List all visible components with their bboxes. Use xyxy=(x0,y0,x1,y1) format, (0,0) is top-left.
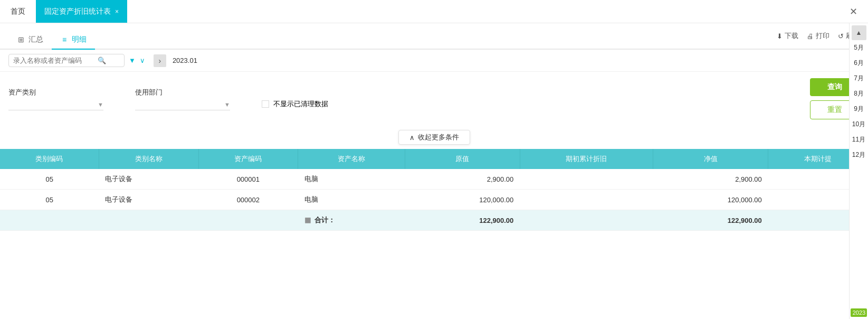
cell-category-name: 电子设备 xyxy=(99,190,198,210)
filter-row: 资产类别 ▼ 使用部门 ▼ 不显示已清理数据 xyxy=(8,78,860,119)
table-row: 05 电子设备 000001 电脑 2,900.00 2,900.00 xyxy=(0,169,868,190)
download-icon: ⬇ xyxy=(777,32,783,40)
cell-asset-name: 电脑 xyxy=(298,190,405,210)
collapse-button[interactable]: ∧ 收起更多条件 xyxy=(398,130,470,145)
cell-net-value: 120,000.00 xyxy=(653,190,768,210)
month-7[interactable]: 7月 xyxy=(853,71,865,86)
cell-category-code: 05 xyxy=(0,190,99,210)
cell-asset-code: 000002 xyxy=(198,190,298,210)
tab-summary[interactable]: ⊞ 汇总 xyxy=(8,31,52,50)
active-tab[interactable]: 固定资产折旧统计表 × xyxy=(36,0,127,23)
col-category-code: 类别编码 xyxy=(0,149,99,169)
col-asset-name: 资产名称 xyxy=(298,149,405,169)
print-icon: 🖨 xyxy=(807,32,814,40)
asset-category-dropdown-icon: ▼ xyxy=(98,101,103,108)
table-container: 类别编码 类别名称 资产编码 资产名称 原值 期初累计折旧 净值 本期计提 05… xyxy=(0,149,868,319)
month-8[interactable]: 8月 xyxy=(853,86,865,101)
data-table: 类别编码 类别名称 资产编码 资产名称 原值 期初累计折旧 净值 本期计提 05… xyxy=(0,149,868,231)
home-nav-item[interactable]: 首页 xyxy=(0,0,36,23)
table-total-row: ▦ 合计： 122,900.00 122,900.00 xyxy=(0,210,868,231)
filter-area: 资产类别 ▼ 使用部门 ▼ 不显示已清理数据 xyxy=(0,72,868,126)
hide-cleared-label: 不显示已清理数据 xyxy=(273,99,328,109)
total-label: ▦ 合计： xyxy=(298,210,405,231)
tab-detail[interactable]: ≡ 明细 xyxy=(52,31,95,50)
right-sidebar: ▲ 5月 6月 7月 8月 9月 10月 11月 12月 2023 xyxy=(849,23,868,319)
search-icon: 🔍 xyxy=(98,57,106,64)
asset-category-field: 资产类别 ▼ xyxy=(8,88,114,110)
cell-asset-code: 000001 xyxy=(198,169,298,190)
cell-original-value: 120,000.00 xyxy=(405,190,520,210)
date-label: 2023.01 xyxy=(173,57,197,64)
col-original-value: 原值 xyxy=(405,149,520,169)
total-label-cell xyxy=(0,210,298,231)
department-select[interactable]: ▼ xyxy=(135,99,230,110)
month-12[interactable]: 12月 xyxy=(851,147,866,163)
department-dropdown-icon: ▼ xyxy=(224,101,230,108)
list-icon: ≡ xyxy=(60,35,69,44)
tab-bar: ⊞ 汇总 ≡ 明细 xyxy=(0,23,768,49)
print-button[interactable]: 🖨 打印 xyxy=(807,31,829,41)
total-net-value: 122,900.00 xyxy=(653,210,768,231)
col-asset-code: 资产编码 xyxy=(198,149,298,169)
table-row: 05 电子设备 000002 电脑 120,000.00 120,000.00 xyxy=(0,190,868,210)
total-original-value: 122,900.00 xyxy=(405,210,520,231)
cell-original-value: 2,900.00 xyxy=(405,169,520,190)
sidebar-up-arrow[interactable]: ▲ xyxy=(852,25,866,40)
layers-icon: ⊞ xyxy=(17,35,25,44)
tab-title: 固定资产折旧统计表 xyxy=(44,7,111,16)
col-accumulated-depreciation: 期初累计折旧 xyxy=(520,149,653,169)
search-input[interactable] xyxy=(13,57,98,64)
hide-cleared-area: 不显示已清理数据 xyxy=(262,99,328,109)
filter-icon: ▼ xyxy=(129,57,136,64)
search-wrapper: 🔍 xyxy=(8,54,125,67)
asset-category-select[interactable]: ▼ xyxy=(8,99,103,110)
department-label: 使用部门 xyxy=(135,88,163,97)
col-category-name: 类别名称 xyxy=(99,149,198,169)
month-10[interactable]: 10月 xyxy=(851,117,866,132)
cell-category-name: 电子设备 xyxy=(99,169,198,190)
department-field: 使用部门 ▼ xyxy=(135,88,241,110)
month-6[interactable]: 6月 xyxy=(853,55,865,71)
tab-close-icon[interactable]: × xyxy=(115,8,119,15)
cell-category-code: 05 xyxy=(0,169,99,190)
total-accumulated xyxy=(520,210,653,231)
top-nav: 首页 固定资产折旧统计表 × ✕ xyxy=(0,0,868,23)
cell-accumulated-depreciation xyxy=(520,169,653,190)
col-net-value: 净值 xyxy=(653,149,768,169)
table-header-row: 类别编码 类别名称 资产编码 资产名称 原值 期初累计折旧 净值 本期计提 xyxy=(0,149,868,169)
year-badge[interactable]: 2023 xyxy=(851,308,867,317)
month-5[interactable]: 5月 xyxy=(853,40,865,55)
more-conditions-button[interactable]: ▼ ∨ xyxy=(129,57,145,64)
window-close-button[interactable]: ✕ xyxy=(839,0,868,23)
main-content: ⊞ 汇总 ≡ 明细 ⬇ 下载 🖨 打印 ↺ 刷新 xyxy=(0,23,868,319)
download-button[interactable]: ⬇ 下载 xyxy=(777,31,798,41)
cell-net-value: 2,900.00 xyxy=(653,169,768,190)
chevron-up-icon: ∧ xyxy=(409,134,415,142)
collapse-area: ∧ 收起更多条件 xyxy=(0,126,868,149)
month-9[interactable]: 9月 xyxy=(853,101,865,117)
cell-accumulated-depreciation xyxy=(520,190,653,210)
hide-cleared-checkbox[interactable] xyxy=(262,100,269,108)
month-11[interactable]: 11月 xyxy=(851,132,866,147)
search-bar: 🔍 ▼ ∨ › 2023.01 xyxy=(0,50,868,72)
total-icon: ▦ xyxy=(304,216,311,224)
date-scroll-arrow[interactable]: › xyxy=(154,54,166,67)
refresh-icon: ↺ xyxy=(838,32,844,40)
asset-category-label: 资产类别 xyxy=(8,88,36,97)
chevron-down-icon: ∨ xyxy=(140,57,145,64)
cell-asset-name: 电脑 xyxy=(298,169,405,190)
